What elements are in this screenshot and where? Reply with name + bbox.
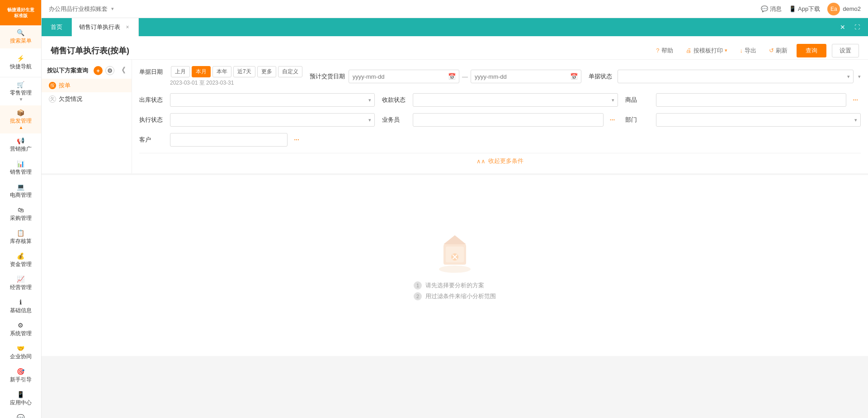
goods-input[interactable]	[656, 93, 846, 107]
dept-label: 部门	[625, 116, 652, 124]
print-dropdown-icon[interactable]: ▾	[725, 48, 727, 53]
tab-close-window-btn[interactable]: ✕	[837, 22, 848, 33]
customer-input[interactable]	[170, 133, 288, 147]
customer-input-wrap[interactable]	[170, 133, 288, 147]
salesperson-select-btn[interactable]: ···	[607, 113, 618, 127]
sidebar-item-enterprise[interactable]: 🤝 企业协同	[0, 341, 41, 364]
export-icon: ↓	[740, 47, 743, 54]
industry-dropdown-arrow[interactable]: ▾	[111, 6, 114, 12]
expected-date-end-input[interactable]	[471, 70, 581, 83]
empty-state: 1 请先选择要分析的方案 2 用过滤条件来缩小分析范围	[405, 195, 505, 337]
tab-sales-order-label: 销售订单执行表	[79, 23, 120, 31]
operations-icon: 📈	[17, 276, 24, 283]
salesperson-input[interactable]	[413, 113, 603, 127]
sidebar-item-purchase[interactable]: 🛍 采购管理	[0, 203, 41, 226]
add-scheme-btn[interactable]: +	[94, 66, 103, 75]
expected-date-start[interactable]: 📅	[349, 70, 459, 83]
goods-input-wrap[interactable]	[656, 93, 846, 107]
export-btn[interactable]: ↓ 导出	[736, 45, 760, 57]
filter-scheme-item-1[interactable]: 欠 欠货情况	[42, 92, 132, 106]
exec-status-label: 执行状态	[139, 116, 166, 124]
expected-date-start-input[interactable]	[349, 70, 459, 83]
dept-select-wrap[interactable]	[656, 113, 861, 127]
sidebar-item-quick-nav[interactable]: ⚡ 快捷导航	[0, 51, 41, 74]
date-quick-btns: 上月 本月 本年 近7天 更多 自定义	[171, 66, 302, 77]
query-button[interactable]: 查询	[797, 44, 826, 57]
date-btn-last-month[interactable]: 上月	[171, 66, 190, 77]
expected-date-range: 📅 — 📅	[349, 70, 582, 83]
date-btn-this-year[interactable]: 本年	[212, 66, 231, 77]
date-btn-7days[interactable]: 近7天	[233, 66, 255, 77]
sidebar-search-item[interactable]: 🔍 搜索菜单	[0, 25, 41, 48]
print-btn[interactable]: 🖨 按模板打印 ▾	[682, 45, 731, 57]
sidebar-item-operations[interactable]: 📈 经营管理	[0, 272, 41, 295]
sidebar-item-wechat[interactable]: 💬 企业微信	[0, 410, 41, 418]
tab-bar-actions: ✕ ⛶	[832, 18, 868, 36]
sidebar-item-app-center[interactable]: 📱 应用中心	[0, 387, 41, 410]
help-btn[interactable]: ? 帮助	[652, 45, 676, 57]
single-status-select-wrap[interactable]	[618, 70, 854, 83]
salesperson-input-wrap[interactable]	[413, 113, 603, 127]
collect-status-select-wrap[interactable]	[413, 93, 618, 107]
tab-close-btn[interactable]: ×	[124, 24, 131, 31]
wechat-icon: 💬	[17, 414, 24, 418]
user-avatar: Ea	[827, 3, 840, 15]
sidebar-item-marketing[interactable]: 📢 营销推广	[0, 133, 41, 157]
date-field: 单据日期 上月 本月 本年 近7天 更多 自定义 2023-03-0	[139, 66, 302, 87]
sidebar-item-retail[interactable]: 🛒 零售管理 ▼	[0, 77, 41, 105]
sidebar-item-sales[interactable]: 📊 销售管理	[0, 157, 41, 180]
goods-select-btn[interactable]: ···	[850, 93, 861, 107]
date-btn-more[interactable]: 更多	[257, 66, 276, 77]
sidebar-item-wholesale[interactable]: 📦 批发管理 ▲	[0, 105, 41, 133]
goods-label: 商品	[625, 96, 652, 104]
out-status-select[interactable]	[170, 93, 375, 107]
sidebar-item-inventory[interactable]: 📋 库存核算	[0, 226, 41, 249]
customer-label: 客户	[139, 136, 166, 144]
tab-maximize-btn[interactable]: ⛶	[852, 22, 863, 33]
message-label: 消息	[770, 5, 782, 13]
dept-select[interactable]	[656, 113, 861, 127]
out-status-select-wrap[interactable]	[170, 93, 375, 107]
single-status-select[interactable]	[618, 70, 854, 83]
sidebar-item-beginner[interactable]: 🎯 新手引导	[0, 364, 41, 387]
marketing-icon: 📢	[17, 137, 24, 144]
scheme-icon-1: 欠	[49, 95, 56, 103]
filter-scheme-item-0[interactable]: 按 按单	[42, 79, 132, 92]
message-btn[interactable]: 💬 消息	[761, 5, 782, 13]
collapse-more-btn[interactable]: ∧∧ 收起更多条件	[139, 153, 861, 167]
collect-status-select[interactable]	[413, 93, 618, 107]
customer-select-btn[interactable]: ···	[291, 133, 302, 147]
tab-sales-order[interactable]: 销售订单执行表 ×	[72, 18, 139, 36]
refresh-btn[interactable]: ↺ 刷新	[765, 45, 791, 57]
purchase-icon: 🛍	[17, 206, 24, 214]
sidebar-item-system[interactable]: ⚙ 系统管理	[0, 318, 41, 341]
expected-date-end[interactable]: 📅	[471, 70, 581, 83]
help-icon: ?	[656, 47, 659, 54]
app-download-btn[interactable]: 📱 App下载	[789, 5, 820, 13]
date-btn-this-month[interactable]: 本月	[192, 66, 211, 77]
sidebar-item-finance[interactable]: 💰 资金管理	[0, 249, 41, 272]
date-btn-custom[interactable]: 自定义	[278, 66, 302, 77]
scheme-icon-0: 按	[49, 82, 56, 89]
enterprise-icon: 🤝	[17, 345, 24, 352]
single-status-expand[interactable]: ▾	[858, 74, 861, 80]
tab-home[interactable]: 首页	[42, 18, 72, 36]
settings-button[interactable]: 设置	[832, 44, 859, 57]
chevron-up-icon: ∧∧	[476, 158, 486, 165]
user-profile-btn[interactable]: Ea demo2	[827, 3, 861, 15]
filter-left-icons: + ⚙ 《	[94, 66, 126, 75]
expected-date-label: 预计交货日期	[310, 72, 345, 81]
exec-status-select-wrap[interactable]	[170, 113, 375, 127]
user-name: demo2	[843, 5, 861, 12]
settings-scheme-btn[interactable]: ⚙	[105, 66, 114, 75]
collect-status-label: 收款状态	[382, 96, 409, 104]
export-label: 导出	[745, 47, 756, 55]
top-header-left: 办公用品行业模拟账套 ▾	[49, 5, 114, 13]
exec-status-select[interactable]	[170, 113, 375, 127]
sidebar-item-base-info[interactable]: ℹ 基础信息	[0, 295, 41, 318]
collect-status-field: 收款状态	[382, 93, 618, 107]
sidebar-item-ecommerce[interactable]: 💻 电商管理	[0, 180, 41, 203]
collapse-left-btn[interactable]: 《	[117, 66, 126, 75]
quick-nav-icon: ⚡	[17, 55, 24, 62]
dept-field: 部门	[625, 113, 861, 127]
